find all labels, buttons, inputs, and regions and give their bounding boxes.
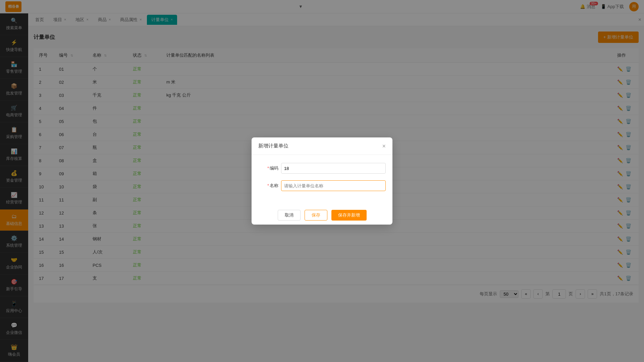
modal-body: 编码 名称 [252, 155, 392, 206]
modal-close-button[interactable]: × [382, 143, 386, 149]
modal-footer: 取消 保存 保存并新增 [252, 206, 392, 225]
form-item-name: 名称 [258, 180, 386, 191]
save-new-button[interactable]: 保存并新增 [331, 210, 367, 221]
modal-overlay[interactable]: 新增计量单位 × 编码 名称 取消 保存 保存并新增 [0, 0, 644, 362]
add-unit-modal: 新增计量单位 × 编码 名称 取消 保存 保存并新增 [252, 137, 392, 225]
code-input[interactable] [281, 163, 386, 174]
save-button[interactable]: 保存 [305, 210, 327, 221]
modal-header: 新增计量单位 × [252, 137, 392, 155]
form-item-code: 编码 [258, 163, 386, 174]
name-label: 名称 [258, 183, 278, 189]
modal-title: 新增计量单位 [258, 143, 288, 149]
code-label: 编码 [258, 165, 278, 171]
name-input[interactable] [281, 180, 386, 191]
cancel-button[interactable]: 取消 [278, 210, 301, 221]
